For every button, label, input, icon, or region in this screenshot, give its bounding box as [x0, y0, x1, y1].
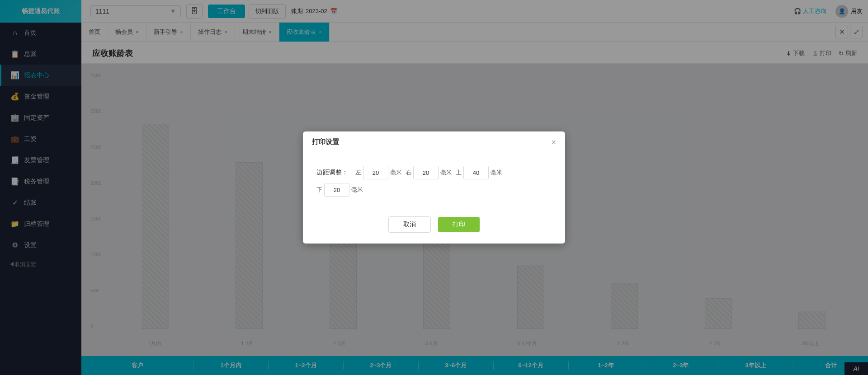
bottom-unit: 毫米 — [351, 186, 363, 194]
margin-label: 边距调整： — [316, 169, 348, 177]
top-unit: 毫米 — [491, 169, 502, 177]
confirm-print-button[interactable]: 打印 — [438, 217, 480, 232]
margin-row: 边距调整： 左 毫米 右 毫米 上 毫米 下 — [316, 166, 552, 197]
margin-left-group: 左 毫米 — [355, 166, 402, 179]
modal-close-button[interactable]: × — [551, 138, 556, 146]
left-unit: 毫米 — [390, 169, 402, 177]
margin-top-group: 上 毫米 — [456, 166, 502, 179]
modal-header: 打印设置 × — [303, 131, 565, 153]
margin-bottom-group: 下 毫米 — [316, 183, 363, 197]
print-settings-modal: 打印设置 × 边距调整： 左 毫米 右 毫米 上 毫米 — [303, 131, 565, 244]
left-prefix: 左 — [355, 169, 361, 177]
modal-body: 边距调整： 左 毫米 右 毫米 上 毫米 下 — [303, 153, 565, 209]
margin-right-group: 右 毫米 — [406, 166, 452, 179]
top-margin-input[interactable] — [463, 166, 489, 179]
left-margin-input[interactable] — [363, 166, 388, 179]
modal-title: 打印设置 — [312, 138, 339, 146]
cancel-button[interactable]: 取消 — [388, 216, 431, 233]
modal-overlay[interactable]: 打印设置 × 边距调整： 左 毫米 右 毫米 上 毫米 — [0, 0, 868, 375]
top-prefix: 上 — [456, 169, 462, 177]
right-prefix: 右 — [406, 169, 411, 177]
right-margin-input[interactable] — [413, 166, 439, 179]
modal-footer: 取消 打印 — [303, 209, 565, 244]
bottom-prefix: 下 — [316, 186, 322, 194]
bottom-margin-input[interactable] — [324, 183, 349, 197]
right-unit: 毫米 — [440, 169, 452, 177]
